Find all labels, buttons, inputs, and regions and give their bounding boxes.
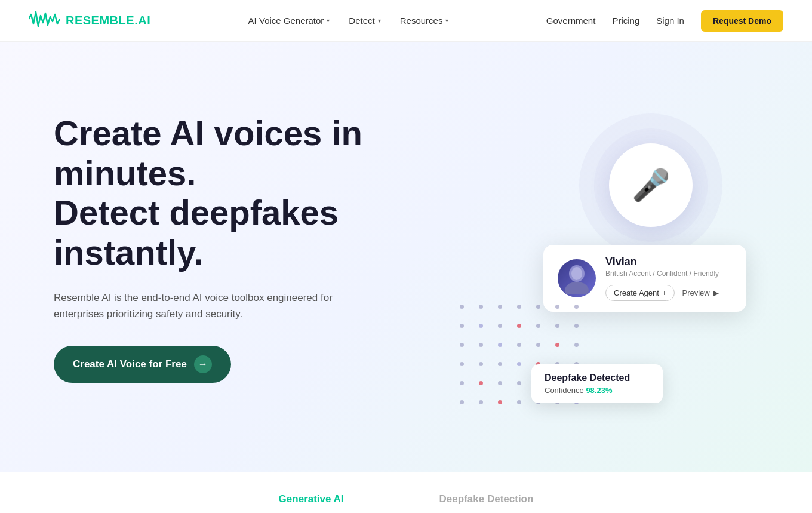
dot (479, 362, 483, 366)
tab-deepfake-detection[interactable]: Deepfake Detection (392, 484, 582, 513)
dot (479, 305, 483, 309)
preview-button[interactable]: Preview ▶ (682, 288, 718, 297)
nav-right: Government Pricing Sign In Request Demo (546, 10, 783, 32)
voice-actions: Create Agent + Preview ▶ (605, 285, 732, 301)
dot (498, 324, 502, 328)
deepfake-detected-card: Deepfake Detected Confidence 98.23% (531, 364, 663, 403)
plus-icon: + (662, 288, 667, 297)
nav-item-detect[interactable]: Detect ▾ (349, 16, 380, 26)
dot (555, 324, 559, 328)
voice-tags: Brittish Accent / Confident / Friendly (605, 269, 732, 278)
dot (555, 343, 559, 347)
logo[interactable]: RESEMBLE.AI (29, 10, 150, 32)
hero-section: Create AI voices in minutes. Detect deep… (0, 42, 812, 472)
nav-center: AI Voice Generator ▾ Detect ▾ Resources … (248, 16, 449, 26)
logo-text: RESEMBLE.AI (66, 14, 150, 27)
dot (517, 305, 521, 309)
arrow-right-icon: → (194, 355, 212, 373)
dot (517, 400, 521, 404)
dot (479, 381, 483, 385)
dot (460, 343, 464, 347)
voice-name: Vivian (605, 256, 732, 268)
dot (536, 343, 540, 347)
nav-government-link[interactable]: Government (546, 16, 596, 26)
nav-item-resources[interactable]: Resources ▾ (400, 16, 449, 26)
dot (460, 324, 464, 328)
deepfake-title: Deepfake Detected (545, 373, 650, 383)
hero-subtext: Resemble AI is the end-to-end AI voice t… (54, 290, 340, 322)
dot (517, 362, 521, 366)
dot (460, 362, 464, 366)
dot (536, 305, 540, 309)
dot (460, 400, 464, 404)
logo-waveform-icon (29, 10, 60, 32)
hero-visual: 🎤 Vivian Brittish Accent / Confident / F… (400, 90, 758, 436)
dot (460, 381, 464, 385)
mic-outer-ring: 🎤 (579, 113, 722, 257)
tabs-section: Generative AI Deepfake Detection (0, 472, 812, 513)
voice-card: Vivian Brittish Accent / Confident / Fri… (543, 245, 746, 312)
microphone-icon: 🎤 (632, 167, 670, 204)
mic-inner-ring: 🎤 (594, 128, 708, 242)
dot (479, 324, 483, 328)
chevron-down-icon: ▾ (378, 17, 381, 24)
dot (479, 400, 483, 404)
dot (479, 343, 483, 347)
dot (574, 324, 579, 328)
dot (555, 305, 559, 309)
dot (498, 362, 502, 366)
play-icon: ▶ (713, 288, 719, 297)
dot (498, 343, 502, 347)
chevron-down-icon: ▾ (445, 17, 448, 24)
dot (498, 305, 502, 309)
nav-signin-link[interactable]: Sign In (656, 16, 684, 26)
avatar (558, 259, 596, 297)
dot (517, 324, 521, 328)
dot (574, 343, 579, 347)
create-ai-voice-button[interactable]: Create AI Voice for Free → (54, 346, 231, 383)
deepfake-confidence: Confidence 98.23% (545, 386, 650, 395)
navbar: RESEMBLE.AI AI Voice Generator ▾ Detect … (0, 0, 812, 42)
tab-generative-ai[interactable]: Generative AI (231, 484, 392, 513)
nav-item-voice-generator[interactable]: AI Voice Generator ▾ (248, 16, 330, 26)
svg-point-1 (565, 282, 589, 294)
dot (517, 343, 521, 347)
dot (460, 305, 464, 309)
chevron-down-icon: ▾ (327, 17, 330, 24)
voice-info: Vivian Brittish Accent / Confident / Fri… (605, 256, 732, 301)
dot (498, 381, 502, 385)
hero-heading: Create AI voices in minutes. Detect deep… (54, 113, 388, 273)
nav-pricing-link[interactable]: Pricing (612, 16, 639, 26)
hero-content: Create AI voices in minutes. Detect deep… (54, 90, 388, 383)
mic-button[interactable]: 🎤 (609, 143, 693, 227)
dot (536, 324, 540, 328)
create-agent-button[interactable]: Create Agent + (605, 285, 675, 301)
dot (517, 381, 521, 385)
dot (498, 400, 502, 404)
dot (574, 305, 579, 309)
svg-point-2 (571, 267, 582, 280)
request-demo-button[interactable]: Request Demo (701, 10, 783, 32)
